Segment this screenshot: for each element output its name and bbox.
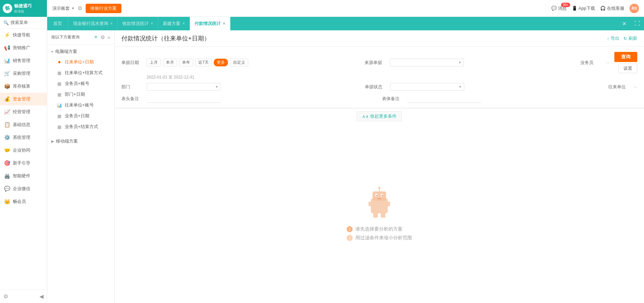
mobile-group-header[interactable]: ▶ 移动端方案: [47, 136, 114, 146]
logo-icon: 畅: [3, 4, 12, 13]
scheme-item-staff-date[interactable]: ▦ 业务员+日期: [47, 111, 114, 121]
tab-new-scheme[interactable]: 新建方案 ×: [158, 17, 190, 30]
scheme-item-staff-settle[interactable]: ▦ 业务员+结算方式: [47, 121, 114, 132]
sidebar-collapse-btn[interactable]: ◀: [39, 293, 43, 300]
scheme-collapse-btn[interactable]: «: [108, 34, 110, 40]
content-area: 按以下方案查询 + ⚙ « ▾ 电脑端方案 ● 往来单位+日期 ▦: [47, 30, 644, 303]
header-note-input[interactable]: [147, 95, 221, 103]
scheme-item-partner-account[interactable]: 📊 往来单位+账号: [47, 100, 114, 111]
maximize-btn[interactable]: ⛶: [631, 17, 644, 30]
desktop-group-header[interactable]: ▾ 电脑端方案: [47, 47, 114, 57]
page-header: 付款情况统计（往来单位+日期） ↑ 导出 ↻ 刷新: [115, 30, 644, 47]
scheme-item-staff-account[interactable]: ▦ 业务员+账号: [47, 78, 114, 89]
sidebar-item-operation[interactable]: 📈 经营管理: [0, 105, 47, 118]
doc-status-select[interactable]: ▾: [390, 83, 464, 91]
date-btn-last-month[interactable]: 上月: [147, 59, 161, 66]
tab-close-bank-flow[interactable]: ×: [110, 21, 113, 26]
tab-receipt-stat[interactable]: 收款情况统计 ×: [118, 17, 158, 30]
collapse-bar: ∧∧ 收起更多条件: [115, 108, 644, 124]
tab-payment-stat[interactable]: 付款情况统计 ×: [190, 17, 230, 30]
search-icon: 🔍: [3, 20, 9, 25]
refresh-icon: ↻: [623, 36, 627, 41]
page-header-actions: ↑ 导出 ↻ 刷新: [607, 35, 638, 41]
partner-label: 往来单位: [608, 84, 628, 90]
sidebar-settings-btn[interactable]: ⚙: [3, 293, 8, 300]
date-btn-this-month[interactable]: 本月: [163, 59, 177, 66]
message-btn[interactable]: 💬 消息 99+: [551, 5, 567, 11]
scheme-item-partner-settle[interactable]: ▦ 往来单位+结算方式: [47, 67, 114, 78]
sidebar-item-purchase[interactable]: 🛒 采购管理: [0, 67, 47, 80]
sidebar-item-guide[interactable]: 🎯 新手引导: [0, 157, 47, 170]
sidebar-item-quick-nav[interactable]: ⚡ 快捷导航: [0, 29, 47, 41]
trial-btn[interactable]: 体验行业方案: [86, 4, 121, 13]
dept-dropdown-icon: ▾: [216, 85, 218, 89]
source-dropdown-icon: ▾: [459, 60, 461, 65]
scheme-icon-2: ▦: [57, 70, 62, 75]
tab-bank-flow[interactable]: 现金银行流水查询 ×: [68, 17, 118, 30]
staff-label: 业务员: [580, 60, 601, 66]
date-btn-more[interactable]: 更多: [214, 59, 228, 66]
tab-close-new-scheme[interactable]: ×: [182, 21, 185, 26]
hardware-icon: 🖨️: [4, 173, 10, 179]
date-btn-7days[interactable]: 近7天: [195, 59, 212, 66]
main-content: 付款情况统计（往来单位+日期） ↑ 导出 ↻ 刷新 单据日期: [115, 30, 644, 303]
scheme-icon-3: ▦: [57, 81, 62, 86]
refresh-btn[interactable]: ↻ 刷新: [623, 35, 637, 41]
source-select[interactable]: ▾: [390, 59, 464, 66]
add-scheme-btn[interactable]: +: [94, 34, 98, 41]
sales-icon: 📊: [4, 58, 10, 64]
topbar-actions: 💬 消息 99+ 📱 App下载 🎧 在线客服 Rit: [551, 4, 639, 13]
scheme-panel: 按以下方案查询 + ⚙ « ▾ 电脑端方案 ● 往来单位+日期 ▦: [47, 30, 115, 303]
main-area: 演示账套 ▾ ⚙ 体验行业方案 💬 消息 99+ 📱 App下载 🎧 在线客服 …: [47, 0, 644, 303]
service-icon: 🎧: [600, 6, 606, 11]
partner-input[interactable]: ···: [634, 84, 637, 89]
doc-status-label: 单据状态: [365, 84, 385, 90]
sidebar-item-capital[interactable]: 💰 资金管理: [0, 93, 47, 105]
message-icon: 💬: [551, 6, 557, 11]
search-menu[interactable]: 🔍 搜索菜单: [0, 17, 47, 29]
app-download-btn[interactable]: 📱 App下载: [572, 5, 595, 11]
capital-icon: 💰: [4, 96, 10, 102]
sidebar-item-basic[interactable]: 📋 基础信息: [0, 118, 47, 131]
scheme-settings-btn[interactable]: ⚙: [100, 34, 105, 40]
filter-row-date-range: 2022-01-01 至 2022-12-31: [121, 74, 637, 80]
filter-row-1: 单据日期 上月 本月 本年 近7天 更多 自定义 来源单据 ▾: [121, 52, 637, 73]
sidebar-item-system[interactable]: ⚙️ 系统管理: [0, 131, 47, 144]
export-btn[interactable]: ↑ 导出: [607, 35, 620, 41]
sidebar-item-hardware[interactable]: 🖨️ 智能硬件: [0, 170, 47, 182]
user-avatar[interactable]: Rit: [630, 4, 639, 13]
sidebar-item-sales[interactable]: 📊 销售管理: [0, 54, 47, 67]
system-icon: ⚙️: [4, 134, 10, 141]
company-dropdown-icon[interactable]: ▾: [72, 6, 74, 11]
staff-input[interactable]: ···: [606, 60, 609, 65]
svg-point-4: [376, 195, 378, 196]
message-badge: 99+: [561, 3, 570, 7]
tab-home[interactable]: 首页: [47, 17, 68, 30]
filter-settings-btn[interactable]: 设置: [618, 64, 637, 73]
wechat-icon: 💬: [4, 186, 10, 192]
tip-num-1: 1: [347, 226, 353, 232]
dept-select[interactable]: ▾: [147, 83, 221, 91]
doc-status-dropdown-icon: ▾: [459, 85, 461, 89]
scheme-item-dept-date[interactable]: ▦ 部门+日期: [47, 89, 114, 100]
collapse-more-btn[interactable]: ∧∧ 收起更多条件: [357, 111, 402, 121]
basic-icon: 📋: [4, 122, 10, 128]
scheme-item-partner-date[interactable]: ● 往来单位+日期: [47, 57, 114, 67]
empty-tip-2: 2 用过滤条件来缩小分析范围: [347, 235, 412, 241]
body-note-input[interactable]: [407, 95, 481, 103]
tab-close-payment-stat[interactable]: ×: [223, 21, 225, 26]
sidebar-item-marketing[interactable]: 📢 营销推广: [0, 41, 47, 54]
sidebar-item-wechat[interactable]: 💬 企业微信: [0, 182, 47, 195]
sidebar-item-inventory[interactable]: 📦 库存核算: [0, 80, 47, 93]
query-btn[interactable]: 查询: [614, 52, 637, 62]
date-btn-custom[interactable]: 自定义: [230, 59, 248, 66]
company-selector[interactable]: 演示账套 ▾: [52, 5, 74, 11]
date-btn-this-year[interactable]: 本年: [179, 59, 193, 66]
service-btn[interactable]: 🎧 在线客服: [600, 5, 624, 11]
sidebar-item-member[interactable]: 👑 畅会员: [0, 195, 47, 208]
sidebar-item-enterprise[interactable]: 🤝 企业协同: [0, 144, 47, 157]
tab-close-receipt-stat[interactable]: ×: [151, 21, 153, 26]
mobile-arrow-icon: ▶: [51, 139, 54, 144]
close-all-tabs-btn[interactable]: ✕: [618, 17, 631, 30]
topbar-gear-icon[interactable]: ⚙: [78, 5, 82, 11]
